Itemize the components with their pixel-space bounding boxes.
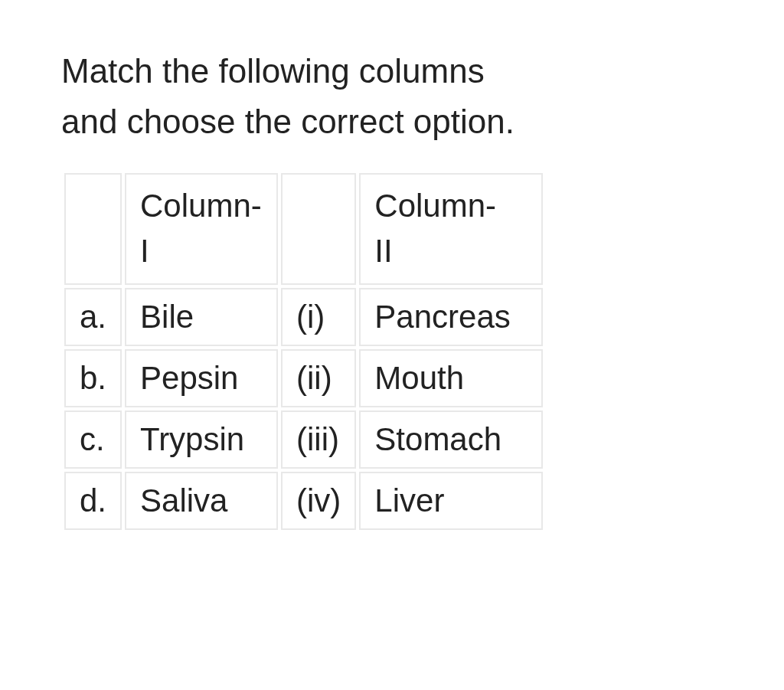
- row-left: Pepsin: [125, 349, 278, 407]
- row-label: c.: [64, 410, 122, 469]
- column-ii-header: Column- II: [359, 173, 543, 285]
- column-i-header: Column- I: [125, 173, 278, 285]
- row-num: (iii): [281, 410, 356, 469]
- header-blank-left: [64, 173, 122, 285]
- question-line2: and choose the correct option.: [61, 103, 514, 140]
- row-label: b.: [64, 349, 122, 407]
- table-row: c. Trypsin (iii) Stomach: [64, 410, 543, 469]
- row-num: (ii): [281, 349, 356, 407]
- row-right: Pancreas: [359, 288, 543, 346]
- table-row: a. Bile (i) Pancreas: [64, 288, 543, 346]
- header-blank-right: [281, 173, 356, 285]
- row-right: Mouth: [359, 349, 543, 407]
- row-num: (iv): [281, 472, 356, 530]
- row-left: Bile: [125, 288, 278, 346]
- column-i-text-b: I: [140, 233, 149, 269]
- column-i-text-a: Column-: [140, 188, 262, 224]
- table-row: d. Saliva (iv) Liver: [64, 472, 543, 530]
- row-right: Liver: [359, 472, 543, 530]
- table-header-row: Column- I Column- II: [64, 173, 543, 285]
- column-ii-text-a: Column-: [374, 188, 496, 224]
- question-prompt: Match the following columns and choose t…: [61, 46, 723, 147]
- row-left: Saliva: [125, 472, 278, 530]
- question-line1: Match the following columns: [61, 52, 485, 90]
- column-ii-text-b: II: [374, 233, 392, 269]
- row-num: (i): [281, 288, 356, 346]
- table-row: b. Pepsin (ii) Mouth: [64, 349, 543, 407]
- row-right: Stomach: [359, 410, 543, 469]
- match-table: Column- I Column- II a. Bile (i) Pancrea…: [61, 170, 546, 533]
- row-label: d.: [64, 472, 122, 530]
- row-label: a.: [64, 288, 122, 346]
- row-left: Trypsin: [125, 410, 278, 469]
